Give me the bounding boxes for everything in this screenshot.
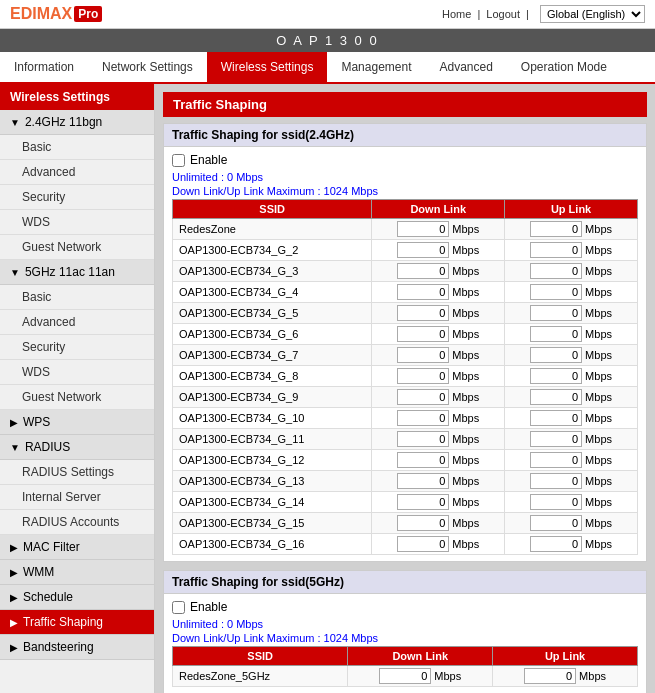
- up-input[interactable]: [530, 347, 582, 363]
- sidebar-group-5ghz[interactable]: ▼ 5GHz 11ac 11an: [0, 260, 154, 285]
- enable-checkbox-5g[interactable]: [172, 601, 185, 614]
- sidebar-item-5-advanced[interactable]: Advanced: [0, 310, 154, 335]
- up-input[interactable]: [530, 242, 582, 258]
- up-input[interactable]: [530, 473, 582, 489]
- sidebar-item-24-basic[interactable]: Basic: [0, 135, 154, 160]
- down-mbps-label: Mbps: [452, 475, 479, 487]
- up-mbps-label: Mbps: [585, 391, 612, 403]
- down-input[interactable]: [397, 452, 449, 468]
- up-input[interactable]: [530, 410, 582, 426]
- up-cell: Mbps: [505, 366, 638, 387]
- down-mbps-label: Mbps: [452, 412, 479, 424]
- sidebar-group-wps[interactable]: ▶ WPS: [0, 410, 154, 435]
- nav-operation-mode[interactable]: Operation Mode: [507, 52, 621, 82]
- down-input[interactable]: [397, 305, 449, 321]
- down-input[interactable]: [397, 494, 449, 510]
- up-input[interactable]: [530, 389, 582, 405]
- up-cell: Mbps: [505, 282, 638, 303]
- nav-management[interactable]: Management: [327, 52, 425, 82]
- sidebar-group-mac[interactable]: ▶ MAC Filter: [0, 535, 154, 560]
- sidebar-item-24-guest[interactable]: Guest Network: [0, 235, 154, 260]
- top-links: Home | Logout | Global (English): [439, 5, 645, 23]
- sidebar-item-5-wds[interactable]: WDS: [0, 360, 154, 385]
- logout-link[interactable]: Logout: [486, 8, 520, 20]
- up-input[interactable]: [524, 668, 576, 684]
- enable-label-24: Enable: [190, 153, 227, 167]
- table-row: OAP1300-ECB734_G_15 Mbps Mbps: [173, 513, 638, 534]
- nav-wireless-settings[interactable]: Wireless Settings: [207, 52, 328, 82]
- nav-advanced[interactable]: Advanced: [425, 52, 506, 82]
- down-cell: Mbps: [372, 408, 505, 429]
- sidebar-item-24-wds[interactable]: WDS: [0, 210, 154, 235]
- up-cell: Mbps: [505, 345, 638, 366]
- sidebar-item-24-security[interactable]: Security: [0, 185, 154, 210]
- up-mbps-label: Mbps: [585, 496, 612, 508]
- down-input[interactable]: [397, 263, 449, 279]
- ssid-cell: OAP1300-ECB734_G_6: [173, 324, 372, 345]
- sidebar-group-traffic-label: Traffic Shaping: [23, 615, 103, 629]
- sidebar-item-radius-settings[interactable]: RADIUS Settings: [0, 460, 154, 485]
- down-input[interactable]: [397, 536, 449, 552]
- up-input[interactable]: [530, 452, 582, 468]
- up-input[interactable]: [530, 368, 582, 384]
- home-link[interactable]: Home: [442, 8, 471, 20]
- up-input[interactable]: [530, 263, 582, 279]
- down-input[interactable]: [397, 389, 449, 405]
- ssid-cell: OAP1300-ECB734_G_10: [173, 408, 372, 429]
- nav-network-settings[interactable]: Network Settings: [88, 52, 207, 82]
- sidebar-group-wmm[interactable]: ▶ WMM: [0, 560, 154, 585]
- sidebar-item-radius-accounts[interactable]: RADIUS Accounts: [0, 510, 154, 535]
- sidebar-group-wps-label: WPS: [23, 415, 50, 429]
- up-input[interactable]: [530, 305, 582, 321]
- down-input[interactable]: [379, 668, 431, 684]
- sidebar-group-radius[interactable]: ▼ RADIUS: [0, 435, 154, 460]
- table-row: OAP1300-ECB734_G_14 Mbps Mbps: [173, 492, 638, 513]
- sidebar-item-5-basic[interactable]: Basic: [0, 285, 154, 310]
- down-cell: Mbps: [348, 666, 493, 687]
- down-input[interactable]: [397, 347, 449, 363]
- down-input[interactable]: [397, 221, 449, 237]
- sidebar-group-24ghz[interactable]: ▼ 2.4GHz 11bgn: [0, 110, 154, 135]
- up-input[interactable]: [530, 494, 582, 510]
- sidebar-group-bandsteering[interactable]: ▶ Bandsteering: [0, 635, 154, 660]
- sidebar-item-24-advanced[interactable]: Advanced: [0, 160, 154, 185]
- up-input[interactable]: [530, 536, 582, 552]
- section-5ghz: Traffic Shaping for ssid(5GHz) Enable Un…: [163, 570, 647, 693]
- sidebar-item-5-guest[interactable]: Guest Network: [0, 385, 154, 410]
- table-row: OAP1300-ECB734_G_2 Mbps Mbps: [173, 240, 638, 261]
- up-mbps-label: Mbps: [585, 412, 612, 424]
- up-input[interactable]: [530, 431, 582, 447]
- sidebar-item-internal-server[interactable]: Internal Server: [0, 485, 154, 510]
- down-input[interactable]: [397, 284, 449, 300]
- up-mbps-label: Mbps: [585, 286, 612, 298]
- up-cell: Mbps: [505, 303, 638, 324]
- up-input[interactable]: [530, 326, 582, 342]
- sidebar-group-traffic[interactable]: ▶ Traffic Shaping: [0, 610, 154, 635]
- logo: EDIMAX Pro: [10, 5, 102, 23]
- down-cell: Mbps: [372, 513, 505, 534]
- sidebar-item-5-security[interactable]: Security: [0, 335, 154, 360]
- down-input[interactable]: [397, 242, 449, 258]
- down-input[interactable]: [397, 326, 449, 342]
- down-input[interactable]: [397, 431, 449, 447]
- down-input[interactable]: [397, 473, 449, 489]
- logo-pro: Pro: [74, 6, 102, 22]
- down-input[interactable]: [397, 410, 449, 426]
- sidebar-group-schedule[interactable]: ▶ Schedule: [0, 585, 154, 610]
- sidebar-group-schedule-label: Schedule: [23, 590, 73, 604]
- language-select[interactable]: Global (English): [540, 5, 645, 23]
- page-title: Traffic Shaping: [163, 92, 647, 117]
- enable-checkbox-24[interactable]: [172, 154, 185, 167]
- nav-information[interactable]: Information: [0, 52, 88, 82]
- down-mbps-label: Mbps: [452, 391, 479, 403]
- down-cell: Mbps: [372, 240, 505, 261]
- main-content: Traffic Shaping Traffic Shaping for ssid…: [155, 84, 655, 693]
- down-cell: Mbps: [372, 324, 505, 345]
- up-input[interactable]: [530, 221, 582, 237]
- device-model: O A P 1 3 0 0: [276, 33, 378, 48]
- up-input[interactable]: [530, 284, 582, 300]
- up-cell: Mbps: [505, 450, 638, 471]
- up-input[interactable]: [530, 515, 582, 531]
- down-input[interactable]: [397, 515, 449, 531]
- down-input[interactable]: [397, 368, 449, 384]
